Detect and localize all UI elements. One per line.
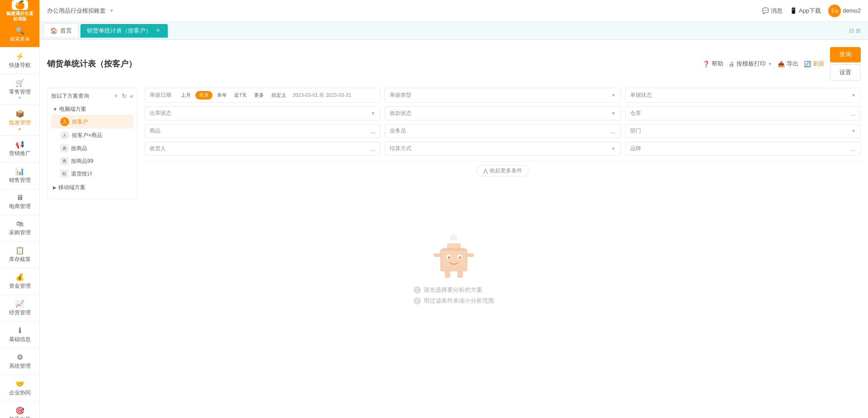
filter-row-1: 单据日期 上月 本月 本年 近7天 更多 自定义 20 — [145, 88, 861, 103]
by-goods-label: 按商品 — [71, 145, 87, 152]
dt-custom[interactable]: 自定义 — [269, 91, 289, 100]
collapse-arrow-icon: ⋀ — [483, 168, 488, 174]
filter-brand: 品牌 ... — [625, 142, 861, 156]
brand-dots[interactable]: ... — [850, 145, 856, 152]
collapse-label: 收起更多条件 — [490, 167, 522, 175]
collapse-button[interactable]: ⋀ 收起更多条件 — [476, 165, 529, 176]
scheme-mobile-arrow: ▶ — [53, 185, 57, 190]
date-range-text: 2023-03-01 至 2023-03-31 — [292, 92, 351, 99]
sidebar-item-shortcut[interactable]: ⚡ 快捷导航 — [0, 48, 39, 74]
refresh-btn[interactable]: 🔄 刷新 — [804, 60, 825, 68]
recipient-dots[interactable]: ... — [370, 145, 376, 152]
warehouse-dots[interactable]: ... — [850, 110, 856, 117]
sidebar-label-enterprise: 企业协同 — [9, 389, 31, 397]
export-btn[interactable]: 📤 导出 — [778, 60, 798, 68]
sidebar-item-retail[interactable]: 🛒 零售管理 ▼ — [0, 74, 39, 105]
sidebar-item-sales[interactable]: 📊 销售管理 — [0, 162, 39, 189]
app-name: 畅捷通好生意 — [6, 11, 33, 16]
setting-button[interactable]: 设置 — [830, 64, 861, 81]
scheme-add-icon[interactable]: ＋ — [113, 92, 119, 100]
guide-icon: 🎯 — [15, 406, 24, 415]
scheme-item-return-stat[interactable]: 柱 退货统计 — [51, 167, 133, 180]
app-download-btn[interactable]: 📱 App下载 — [790, 7, 821, 15]
user-info[interactable]: Ea demo2 — [828, 5, 861, 17]
doc-status-arrow[interactable]: ▼ — [851, 93, 856, 98]
sidebar-item-wholesale[interactable]: 📦 批发管理 ▲ — [0, 105, 39, 136]
scheme-refresh-icon[interactable]: ↻ — [122, 92, 127, 100]
dt-last-month[interactable]: 上月 — [178, 91, 193, 100]
out-status-arrow[interactable]: ▼ — [371, 111, 375, 116]
empty-tip-1: 1 请先选择要分析的方案 — [414, 286, 494, 294]
inventory-icon: 📋 — [15, 246, 24, 255]
tab-sales-stat[interactable]: 销货单统计表（按客户） ✕ — [80, 24, 168, 38]
svg-rect-8 — [445, 271, 450, 278]
sidebar-item-guide[interactable]: 🎯 新手引导 — [0, 402, 39, 418]
salesman-dots[interactable]: ... — [610, 128, 616, 135]
sidebar-item-ecommerce[interactable]: 🖥 电商管理 — [0, 189, 39, 215]
tab-close-button[interactable]: ✕ — [154, 27, 161, 34]
svg-rect-7 — [466, 253, 474, 257]
return-stat-label: 退货统计 — [71, 170, 93, 178]
sidebar-item-marketing[interactable]: 📢 营销推广 — [0, 136, 39, 162]
print-icon: 🖨 — [729, 61, 735, 67]
shortcut-icon: ⚡ — [15, 52, 24, 61]
tab-maximize-icon[interactable]: ⊞ — [856, 27, 861, 34]
dt-this-year[interactable]: 本年 — [214, 91, 230, 100]
retail-arrow: ▼ — [18, 96, 22, 100]
message-btn[interactable]: 💬 消息 — [762, 7, 783, 15]
filter-layout: 按以下方案查询 ＋ ↻ « ▼ 电脑端方案 人 按客户 — [47, 88, 861, 199]
filter-salesman: 业务员 ... — [385, 124, 620, 138]
date-tabs-row: 上月 本月 本年 近7天 更多 自定义 — [178, 91, 289, 100]
sidebar-item-system[interactable]: ⚙ 系统管理 — [0, 348, 39, 375]
scheme-item-by-customer[interactable]: 人 按客户 — [51, 115, 133, 128]
tab-minimize-icon[interactable]: ⊟ — [849, 27, 854, 34]
tip-2-text: 用过滤条件来缩小分析范围 — [424, 297, 494, 305]
sidebar-item-inventory[interactable]: 📋 库存核算 — [0, 242, 39, 268]
by-customer-goods-icon: 人 — [60, 131, 69, 140]
dt-this-month[interactable]: 本月 — [195, 91, 212, 100]
collapse-bar: ⋀ 收起更多条件 — [145, 161, 861, 180]
sidebar-item-search[interactable]: 🔍 搜索菜单 — [0, 22, 39, 48]
scheme-item-by-customer-goods[interactable]: 人 按客户+商品 — [51, 128, 133, 142]
scheme-item-by-goods[interactable]: 表 按商品 — [51, 142, 133, 155]
sidebar-label-sales: 销售管理 — [9, 176, 31, 184]
sidebar-label-retail: 零售管理 — [9, 88, 31, 96]
query-button[interactable]: 查询 — [830, 47, 861, 62]
scheme-mobile-header[interactable]: ▶ 移动端方案 — [51, 182, 133, 193]
username: demo2 — [843, 7, 861, 14]
sidebar-item-basic[interactable]: ℹ 基础信息 — [0, 322, 39, 348]
dept-arrow[interactable]: ▼ — [851, 128, 856, 133]
print-btn[interactable]: 🖨 按模板打印 ▼ — [729, 60, 772, 68]
dt-7days[interactable]: 近7天 — [231, 91, 250, 100]
home-icon: 🏠 — [50, 27, 57, 34]
scheme-header: 按以下方案查询 ＋ ↻ « — [51, 92, 133, 100]
sidebar-item-operation[interactable]: 📈 经营管理 — [0, 295, 39, 322]
scheme-desktop-arrow: ▼ — [53, 107, 57, 112]
filter-goods: 商品 ... — [145, 124, 380, 138]
tab-home[interactable]: 🏠 首页 — [43, 24, 79, 38]
dropdown-arrow-header[interactable]: ▼ — [109, 8, 114, 13]
scheme-mobile-label: 移动端方案 — [58, 184, 85, 191]
filter-row-2: 出库状态 ▼ 收款状态 ▼ 仓库 ... — [145, 106, 861, 120]
goods-dots[interactable]: ... — [370, 128, 376, 135]
payment-status-arrow[interactable]: ▼ — [611, 111, 616, 116]
dt-more[interactable]: 更多 — [251, 91, 267, 100]
return-stat-icon: 柱 — [60, 170, 68, 178]
sidebar-item-purchase[interactable]: 🛍 采购管理 — [0, 215, 39, 242]
doc-type-field-arrow[interactable]: ▼ — [611, 93, 616, 98]
sidebar-label-ecommerce: 电商管理 — [9, 203, 31, 210]
scheme-item-by-goods-99[interactable]: 表 按商品99 — [51, 155, 133, 167]
settlement-arrow[interactable]: ▼ — [611, 146, 616, 151]
sidebar-item-enterprise[interactable]: 🤝 企业协同 — [0, 375, 39, 402]
page-actions: ❓ 帮助 🖨 按模板打印 ▼ 📤 导出 🔄 刷新 查询 — [703, 47, 861, 81]
scheme-desktop-header[interactable]: ▼ 电脑端方案 — [51, 104, 133, 115]
settlement-label: 结算方式 — [390, 145, 415, 152]
empty-state: 1 请先选择要分析的方案 2 用过滤条件来缩小分析范围 — [47, 199, 861, 332]
query-setting-group: 查询 设置 — [830, 47, 861, 81]
print-dropdown-arrow[interactable]: ▼ — [768, 62, 772, 66]
sidebar-item-finance[interactable]: 💰 资金管理 — [0, 268, 39, 295]
svg-rect-6 — [434, 253, 442, 257]
help-btn[interactable]: ❓ 帮助 — [703, 60, 723, 68]
sidebar-label-marketing: 营销推广 — [9, 150, 31, 157]
scheme-collapse-icon[interactable]: « — [130, 92, 133, 100]
